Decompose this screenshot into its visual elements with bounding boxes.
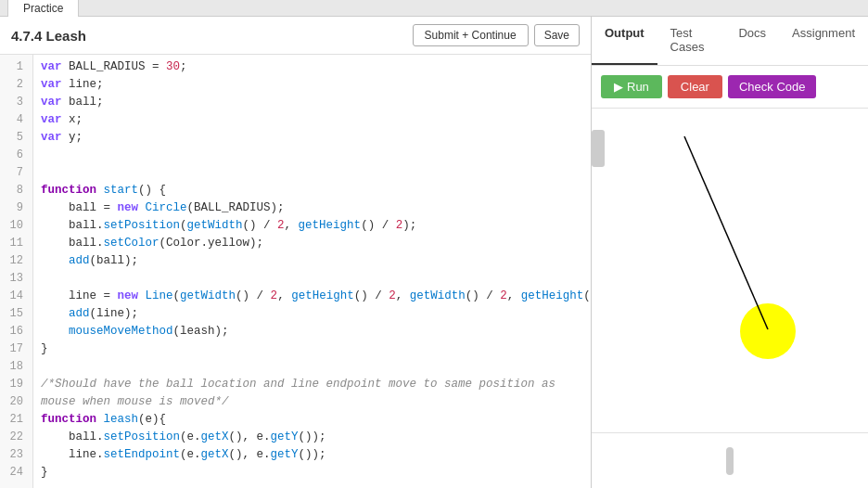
line-graphic [592, 109, 868, 432]
clear-button[interactable]: Clear [668, 75, 722, 98]
editor-header: 4.7.4 Leash Submit + Continue Save [0, 17, 591, 55]
output-canvas [592, 109, 868, 432]
run-icon: ▶ [614, 80, 623, 94]
output-tab-assignment[interactable]: Assignment [779, 17, 868, 65]
run-button[interactable]: ▶ Run [601, 75, 662, 98]
save-button[interactable]: Save [534, 24, 580, 46]
ball-graphic [740, 303, 796, 359]
output-tab-docs[interactable]: Docs [725, 17, 779, 65]
run-label: Run [627, 80, 649, 94]
top-bar: Practice [0, 0, 868, 17]
line-numbers: 123456789101112131415161718192021222324 [0, 55, 33, 488]
resize-handle[interactable] [592, 130, 605, 167]
output-tab-output[interactable]: Output [592, 17, 657, 65]
practice-tab[interactable]: Practice [7, 0, 79, 17]
output-panel: OutputTest CasesDocsAssignment ▶ Run Cle… [592, 17, 868, 488]
output-tabs: OutputTest CasesDocsAssignment [592, 17, 868, 66]
editor-panel: 4.7.4 Leash Submit + Continue Save 12345… [0, 17, 592, 488]
editor-title: 4.7.4 Leash [11, 28, 86, 44]
svg-line-0 [684, 136, 768, 329]
scrollbar-thumb[interactable] [726, 447, 734, 475]
output-tab-test-cases[interactable]: Test Cases [657, 17, 726, 65]
code-area: 123456789101112131415161718192021222324 … [0, 55, 591, 488]
check-code-button[interactable]: Check Code [728, 75, 817, 98]
header-buttons: Submit + Continue Save [413, 24, 580, 46]
code-content[interactable]: var BALL_RADIUS = 30;var line;var ball;v… [33, 55, 591, 488]
output-bottom [592, 432, 868, 488]
output-controls: ▶ Run Clear Check Code [592, 66, 868, 109]
main-container: 4.7.4 Leash Submit + Continue Save 12345… [0, 17, 868, 488]
submit-continue-button[interactable]: Submit + Continue [413, 24, 529, 46]
